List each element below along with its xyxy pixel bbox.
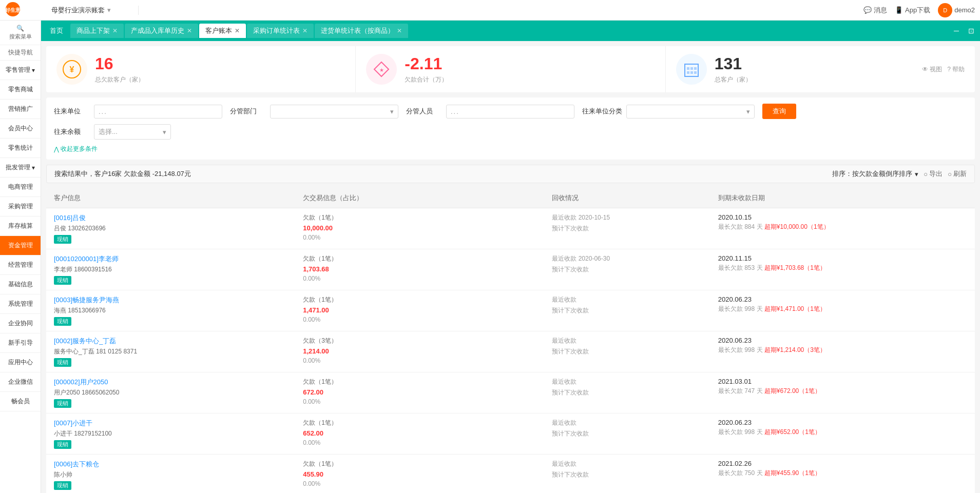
tab-close-icon[interactable]: ✕ — [112, 27, 118, 34]
sidebar-item-enterprise-wechat[interactable]: 企业微信 — [0, 372, 41, 392]
message-button[interactable]: 💬 消息 — [863, 6, 887, 15]
dept-input[interactable]: ▾ — [270, 105, 398, 119]
debt-amount: 652.00 — [303, 429, 552, 437]
sidebar-item-app-center[interactable]: 应用中心 — [0, 353, 41, 372]
customer-code[interactable]: [0007]小进干 — [54, 419, 303, 428]
filter-unit-type: 往来单位分类 ▾ — [582, 105, 755, 119]
app-download-button[interactable]: 📱 App下载 — [895, 6, 930, 15]
logo-area: 好生意 — [5, 2, 46, 18]
last-collection: 最近收款 — [552, 460, 718, 468]
svg-rect-12 — [694, 71, 697, 74]
due-date-cell: 2021.02.26 最长欠款 750 天 超期¥455.90（1笔） — [718, 460, 967, 478]
main-layout: 🔍 搜索菜单 快捷导航 零售管理 ▾ 零售商城 营销推广 会员中心 零售统计 — [0, 21, 980, 493]
store-selector[interactable]: 母婴行业演示账套 ▾ — [46, 6, 139, 15]
sidebar-item-label: 企业微信 — [8, 378, 33, 385]
debt-count: 欠款（1笔） — [303, 254, 552, 263]
customer-code[interactable]: [0003]畅捷服务尹海燕 — [54, 295, 303, 305]
customer-code[interactable]: [00010200001]李老师 — [54, 254, 303, 264]
sidebar-item-finance[interactable]: 资金管理 — [0, 236, 41, 255]
stat-value-total: 131 — [715, 54, 915, 73]
overdue-link[interactable]: 超期¥672.00（1笔） — [764, 387, 821, 395]
customer-code[interactable]: [0002]服务中心_丁磊 — [54, 337, 303, 346]
sidebar-item-batch-mgmt[interactable]: 批发管理 ▾ — [0, 158, 41, 178]
sidebar-item-system[interactable]: 系统管理 — [0, 294, 41, 314]
tab-product-off[interactable]: 商品上下架 ✕ — [70, 24, 124, 38]
sidebar-item-operations[interactable]: 经营管理 — [0, 255, 41, 275]
tab-close-icon[interactable]: ✕ — [187, 27, 192, 34]
customer-code[interactable]: [000002]用户2050 — [54, 378, 303, 387]
user-menu[interactable]: D demo2 — [938, 3, 975, 17]
table-row: [0016]吕俊 吕俊 13026203696 现销 欠款（1笔） 10,000… — [46, 208, 975, 249]
unit-type-input[interactable]: ▾ — [626, 105, 755, 119]
overdue-link[interactable]: 超期¥1,214.00（3笔） — [764, 346, 826, 353]
tab-product-history[interactable]: 产成品入库单历史 ✕ — [125, 24, 198, 38]
overdue-link[interactable]: 超期¥1,703.68（1笔） — [764, 264, 826, 271]
sidebar-search[interactable]: 🔍 搜索菜单 — [0, 21, 41, 45]
debt-amount: 672.00 — [303, 388, 552, 396]
sidebar-item-label: 畅会员 — [11, 398, 30, 405]
svg-text:★: ★ — [379, 67, 384, 73]
header-due: 到期未收款日期 — [718, 193, 967, 203]
page-content: ¥ 16 总欠款客户（家） ★ — [41, 41, 980, 493]
tab-label: 客户账本 — [205, 26, 232, 35]
sidebar: 🔍 搜索菜单 快捷导航 零售管理 ▾ 零售商城 营销推广 会员中心 零售统计 — [0, 21, 41, 493]
sidebar-item-retail-mgmt[interactable]: 零售管理 ▾ — [0, 61, 41, 80]
tab-minimize-button[interactable]: ─ — [950, 25, 963, 37]
overdue-link[interactable]: 超期¥1,471.00（1笔） — [764, 305, 826, 312]
tab-goods-stats[interactable]: 进货单统计表（按商品） ✕ — [315, 24, 408, 38]
sidebar-item-ecommerce[interactable]: 电商管理 — [0, 178, 41, 197]
svg-rect-6 — [685, 64, 698, 76]
sidebar-item-enterprise[interactable]: 企业协同 — [0, 314, 41, 333]
sidebar-item-retail-stats[interactable]: 零售统计 — [0, 139, 41, 158]
customer-code[interactable]: [0016]吕俊 — [54, 213, 303, 223]
sidebar-item-label: 系统管理 — [8, 300, 33, 307]
tab-close-icon[interactable]: ✕ — [235, 27, 240, 34]
sidebar-item-label: 零售统计 — [8, 144, 33, 151]
overdue-link[interactable]: 超期¥652.00（1笔） — [764, 428, 821, 436]
next-collection: 预计下次收款 — [552, 224, 718, 233]
tab-close-icon[interactable]: ✕ — [302, 27, 308, 34]
sidebar-item-label: 零售商城 — [8, 86, 33, 93]
overdue-days: 最长欠款 747 天 超期¥672.00（1笔） — [718, 387, 967, 396]
sort-select[interactable]: 排序：按欠款金额倒序排序 ▾ — [832, 169, 918, 179]
table-row: [00010200001]李老师 李老师 18600391516 现销 欠款（1… — [46, 249, 975, 290]
customer-info-cell: [0002]服务中心_丁磊 服务中心_丁磊 181 0125 8371 现销 — [54, 337, 303, 367]
tab-home[interactable]: 首页 — [44, 24, 69, 38]
sidebar-item-inventory[interactable]: 库存核算 — [0, 216, 41, 236]
next-collection: 预计下次收款 — [552, 306, 718, 315]
export-button[interactable]: ○ 导出 — [924, 169, 943, 179]
search-button[interactable]: 查询 — [762, 104, 796, 119]
source-unit-input[interactable]: ... — [94, 105, 222, 119]
table-row: [0006]去下粮仓 陈小帅 现销 欠款（1笔） 455.90 0.00% 最近… — [46, 455, 975, 493]
collapse-button[interactable]: ⋀ 收起更多条件 — [54, 145, 967, 153]
sidebar-item-basic-info[interactable]: 基础信息 — [0, 275, 41, 294]
sidebar-item-retail-mall[interactable]: 零售商城 — [0, 80, 41, 100]
help-button[interactable]: ? 帮助 — [947, 65, 965, 74]
tab-maximize-button[interactable]: ⊡ — [965, 25, 977, 37]
customer-code[interactable]: [0006]去下粮仓 — [54, 460, 303, 469]
chevron-down-icon: ▾ — [390, 108, 394, 115]
tab-close-icon[interactable]: ✕ — [397, 27, 402, 34]
sidebar-item-member-plus[interactable]: 畅会员 — [0, 392, 41, 411]
results-actions: 排序：按欠款金额倒序排序 ▾ ○ 导出 ○ 刷新 — [832, 169, 967, 179]
message-label: 消息 — [874, 6, 887, 15]
debt-info-cell: 欠款（1笔） 652.00 0.00% — [303, 419, 552, 446]
tab-purchase-order[interactable]: 采购订单统计表 ✕ — [247, 24, 314, 38]
customer-info-cell: [0016]吕俊 吕俊 13026203696 现销 — [54, 213, 303, 244]
sidebar-item-guide[interactable]: 新手引导 — [0, 333, 41, 353]
sidebar-item-label: 新手引导 — [8, 339, 33, 346]
overdue-link[interactable]: 超期¥455.90（1笔） — [764, 469, 821, 477]
balance-select[interactable]: 选择... ▾ — [94, 124, 171, 140]
refresh-button[interactable]: ○ 刷新 — [948, 169, 967, 179]
sidebar-item-member[interactable]: 会员中心 — [0, 119, 41, 139]
debt-count: 欠款（1笔） — [303, 378, 552, 386]
recovery-cell: 最近收款 预计下次收款 — [552, 295, 718, 315]
sidebar-item-marketing[interactable]: 营销推广 — [0, 100, 41, 119]
sidebar-item-purchase[interactable]: 采购管理 — [0, 197, 41, 216]
view-button[interactable]: 👁 视图 — [922, 65, 942, 74]
sidebar-quick-nav[interactable]: 快捷导航 — [0, 45, 41, 61]
overdue-link[interactable]: 超期¥10,000.00（1笔） — [764, 223, 830, 230]
balance-placeholder: 选择... — [99, 127, 118, 136]
person-input[interactable]: ... — [446, 105, 574, 119]
tab-customer-account[interactable]: 客户账本 ✕ — [199, 24, 246, 38]
